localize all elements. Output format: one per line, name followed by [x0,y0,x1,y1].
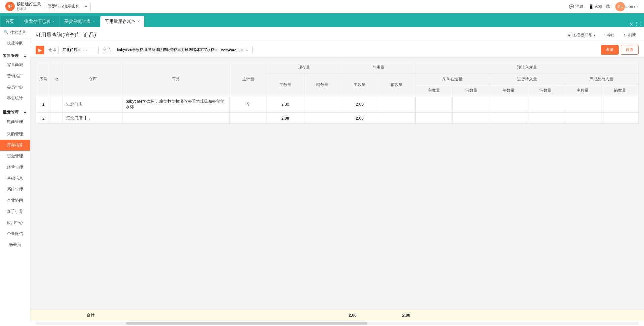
refresh-label: 刷新 [628,32,636,38]
sidebar-item-newuser[interactable]: 新手引导 [0,206,30,217]
chevron-down-icon2: ▼ [23,110,27,115]
top-bar-left: 好 畅捷通好生意 标准版 母婴行业演示账套 ▾ [5,2,91,11]
cell-product-1: babycare学饮杯 儿童防摔防撞吸管杯重力球吸嘴杯宝宝水杯 [122,96,229,113]
sidebar-item-wechat[interactable]: 企业微信 [0,228,30,239]
sidebar-nav-label: 快捷导航 [7,41,23,45]
cell-unit-2 [229,113,267,124]
warehouse-filter-field: 仓库 江北门店 × ··· [48,46,99,54]
th-unit: 主计量 [229,62,267,96]
refresh-button[interactable]: ↻ 刷新 [621,31,639,39]
scroll-thumb[interactable] [126,322,367,325]
industry-selector[interactable]: 母婴行业演示账套 ▾ [44,2,91,11]
product-filter-field: 商品 babycare学饮杯 儿童防摔防撞吸管杯重力球吸嘴杯宝宝水杯 × bab… [103,46,253,54]
sidebar-item-marketing[interactable]: 营销推广 [0,71,30,82]
footer-total-row: 合计 2.00 2.00 [30,309,644,321]
th-index: 序号 [36,62,51,96]
cell-settings-2 [51,113,63,124]
cell-settings-1 [51,96,63,113]
sidebar-item-purchase[interactable]: 采购管理 [0,129,30,140]
tab-receive-summary-close[interactable]: × [52,19,54,24]
product-filter-input[interactable]: babycare学饮杯 儿童防摔防撞吸管杯重力球吸嘴杯宝宝水杯 × babyca… [113,46,253,54]
product-tag-1-remove[interactable]: × [215,48,217,52]
sidebar-retail-mall-label: 零售商城 [7,62,23,68]
sidebar-item-retail-stats[interactable]: 零售统计 [0,93,30,104]
th-purchase-transit: 采购在途量 [416,74,490,85]
query-button[interactable]: 查询 [601,45,619,55]
sidebar-item-member[interactable]: 畅会员 [0,239,30,250]
sidebar-operation-label: 经营管理 [7,165,23,170]
tab-available-stock-close[interactable]: × [138,19,140,24]
product-more-dots[interactable]: ··· [246,47,250,53]
th-product: 商品 [122,62,229,96]
warehouse-tag[interactable]: 江北门店 × [61,47,82,53]
sidebar-item-finance[interactable]: 资金管理 [0,151,30,162]
sidebar-enterprise-label: 企业协同 [7,198,23,203]
sidebar-item-stock[interactable]: 库存核算 [0,140,30,151]
th-produced-main: 主数量 [564,85,601,96]
sidebar-item-appcenter[interactable]: 应用中心 [0,217,30,228]
sidebar-item-operation[interactable]: 经营管理 [0,162,30,173]
warehouse-more-dots[interactable]: ··· [83,47,87,53]
app-download-button[interactable]: 📱 App下载 [589,4,610,9]
sidebar-item-enterprise[interactable]: 企业协同 [0,195,30,206]
top-bar-right: 💬 消息 📱 App下载 Ea demo2 [569,2,639,11]
tab-receive-summary[interactable]: 收发存汇总表 × [19,16,59,27]
setting-button[interactable]: 设置 [621,45,639,55]
sidebar-item-system[interactable]: 系统管理 [0,184,30,195]
tab-order-stats-close[interactable]: × [93,19,95,24]
chevron-up-icon: ▲ [23,54,27,58]
filter-toggle-button[interactable]: ▶ [36,46,44,54]
footer-stock-total: 2.00 [339,313,366,318]
warehouse-tag-remove[interactable]: × [78,48,80,52]
print-button[interactable]: 🖨 按模板打印 ▾ [564,31,598,39]
user-avatar[interactable]: Ea demo2 [615,2,639,11]
chevron-down-icon3: ▾ [594,33,596,38]
tab-close-all-icon[interactable]: ✕ [629,21,633,27]
sidebar-basic-label: 基础信息 [7,176,23,181]
product-tag-2[interactable]: babycare… × [220,48,245,52]
message-button[interactable]: 💬 消息 [569,4,583,9]
sidebar-item-basic[interactable]: 基础信息 [0,173,30,184]
cell-p-main-1 [416,96,453,113]
th-stock-group: 现存量 [267,62,341,74]
tab-maximize-icon[interactable]: ⛶ [636,21,641,27]
th-planned-group: 预计入库量 [416,62,639,74]
export-button[interactable]: ↑ 导出 [601,31,618,39]
table-wrapper: 序号 ⚙ 仓库 商品 主计量 现存量 可用量 预计入库量 主数量 辅数量 主数量… [30,58,644,309]
cell-p-main-2 [416,113,453,124]
sidebar-wholesale-header[interactable]: 批发管理 ▼ [0,108,30,116]
th-settings[interactable]: ⚙ [51,62,63,96]
warehouse-filter-input[interactable]: 江北门店 × ··· [58,46,99,54]
sidebar-ecommerce-label: 电商管理 [7,119,23,125]
sidebar-item-member-center[interactable]: 会员中心 [0,82,30,93]
warehouse-tag-value: 江北门店 [63,47,77,52]
product-tag-2-remove[interactable]: × [241,48,243,52]
footer-avail-total: 2.00 [393,313,420,318]
product-tag-1-value: babycare学饮杯 儿童防摔防撞吸管杯重力球吸嘴杯宝宝水杯 [117,47,214,52]
th-available-group: 可用量 [341,62,416,74]
export-icon: ↑ [604,33,606,38]
cell-stock-sub-1 [304,96,341,113]
sidebar-wechat-label: 企业微信 [7,231,23,237]
tab-order-stats[interactable]: 要货单统计表 × [60,16,99,27]
tab-available-stock[interactable]: 可用量库存账本 × [100,16,144,27]
product-tag-1[interactable]: babycare学饮杯 儿童防摔防撞吸管杯重力球吸嘴杯宝宝水杯 × [116,47,219,53]
th-incoming-pending: 进货待入量 [490,74,564,85]
sidebar-item-retail-mall[interactable]: 零售商城 [0,59,30,71]
cell-i-sub-1 [527,96,564,113]
message-icon: 💬 [569,4,574,9]
sidebar-retail-header[interactable]: 零售管理 ▲ [0,51,30,59]
tab-home[interactable]: 首页 [1,16,19,27]
cell-pr-sub-1 [601,96,639,113]
cell-stock-sub-2 [304,113,341,124]
cell-i-main-2 [490,113,527,124]
horizontal-scrollbar[interactable] [30,321,644,326]
sidebar-search[interactable]: 🔍 搜索菜单 [0,27,30,38]
logo-sub: 标准版 [17,7,41,11]
th-avail-main: 主数量 [341,74,378,96]
sidebar-nav[interactable]: 快捷导航 [0,38,30,48]
sidebar-search-label: 搜索菜单 [10,30,26,35]
logo-text-block: 畅捷通好生意 标准版 [17,2,41,11]
sidebar-item-ecommerce[interactable]: 电商管理 [0,116,30,127]
sidebar-system-label: 系统管理 [7,187,23,192]
